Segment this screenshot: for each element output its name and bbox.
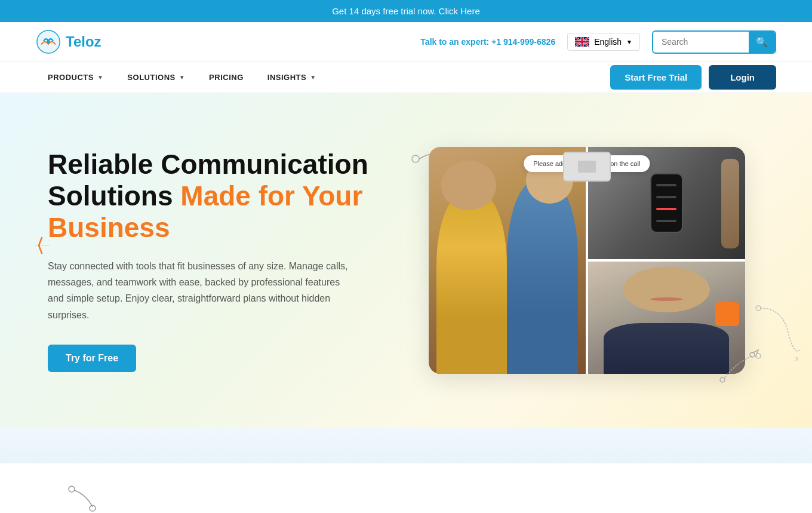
nav-items: PRODUCTS ▼ SOLUTIONS ▼ PRICING INSIGHTS … bbox=[36, 62, 610, 93]
deco-lines-right: x bbox=[752, 302, 812, 362]
orange-decoration bbox=[715, 302, 739, 326]
hero-title-line1: Reliable Communication bbox=[48, 149, 368, 180]
svg-text:x: x bbox=[795, 355, 798, 362]
hero-title-orange: Made for Your bbox=[180, 180, 362, 211]
search-button[interactable]: 🔍 bbox=[749, 32, 775, 53]
search-bar: 🔍 bbox=[652, 30, 776, 54]
contact-phone[interactable]: +1 914-999-6826 bbox=[491, 37, 555, 47]
hero-content: Reliable Communication Solutions Made fo… bbox=[48, 149, 398, 371]
hero-title-line2: Solutions bbox=[48, 180, 180, 211]
search-input[interactable] bbox=[653, 32, 749, 51]
image-collage: Please add Jack while we on the call bbox=[429, 147, 745, 374]
svg-point-12 bbox=[756, 354, 761, 358]
header-contact: Talk to an expert: +1 914-999-6826 bbox=[420, 37, 555, 47]
search-icon: 🔍 bbox=[756, 37, 768, 47]
header: Teloz Talk to an expert: +1 914-999-6826… bbox=[0, 22, 812, 62]
svg-point-1 bbox=[47, 40, 50, 44]
uk-flag-icon bbox=[575, 37, 589, 47]
logo[interactable]: Teloz bbox=[36, 29, 102, 54]
logo-icon bbox=[36, 29, 61, 54]
nav-pricing-label: PRICING bbox=[209, 73, 244, 82]
nav-solutions-label: SOLUTIONS bbox=[127, 73, 175, 82]
svg-point-6 bbox=[412, 155, 419, 162]
svg-line-4 bbox=[39, 245, 42, 253]
hero-section: Reliable Communication Solutions Made fo… bbox=[0, 93, 812, 428]
nav-insights[interactable]: INSIGHTS ▼ bbox=[256, 62, 328, 93]
products-chevron-icon: ▼ bbox=[97, 74, 103, 81]
nav-products[interactable]: PRODUCTS ▼ bbox=[36, 62, 115, 93]
svg-point-8 bbox=[720, 377, 725, 382]
svg-line-3 bbox=[39, 238, 42, 245]
nav-solutions[interactable]: SOLUTIONS ▼ bbox=[115, 62, 197, 93]
hero-image-area: Please add Jack while we on the call bbox=[398, 147, 776, 374]
svg-point-10 bbox=[756, 306, 761, 311]
nav-pricing[interactable]: PRICING bbox=[197, 62, 256, 93]
language-selector[interactable]: English ▼ bbox=[567, 33, 640, 51]
logo-text: Teloz bbox=[66, 33, 102, 50]
photo-women-talking bbox=[429, 147, 586, 374]
hero-title-line3: Business bbox=[48, 212, 170, 243]
bottom-section-hint bbox=[0, 428, 812, 463]
contact-label: Talk to an expert: bbox=[420, 37, 489, 47]
screen-mock bbox=[563, 152, 611, 182]
insights-chevron-icon: ▼ bbox=[310, 74, 316, 81]
language-label: English bbox=[594, 37, 622, 47]
nav-cta: Start Free Trial Login bbox=[610, 65, 776, 90]
hero-description: Stay connected with tools that fit busin… bbox=[48, 258, 358, 323]
nav-insights-label: INSIGHTS bbox=[267, 73, 306, 82]
top-banner[interactable]: Get 14 days free trial now. Click Here bbox=[0, 0, 812, 22]
start-free-trial-button[interactable]: Start Free Trial bbox=[610, 65, 702, 90]
language-chevron-icon: ▼ bbox=[626, 39, 632, 45]
navbar: PRODUCTS ▼ SOLUTIONS ▼ PRICING INSIGHTS … bbox=[0, 62, 812, 93]
hero-title: Reliable Communication Solutions Made fo… bbox=[48, 149, 398, 244]
nav-products-label: PRODUCTS bbox=[48, 73, 94, 82]
solutions-chevron-icon: ▼ bbox=[179, 74, 185, 81]
try-for-free-button[interactable]: Try for Free bbox=[48, 345, 136, 372]
login-button[interactable]: Login bbox=[709, 65, 776, 90]
